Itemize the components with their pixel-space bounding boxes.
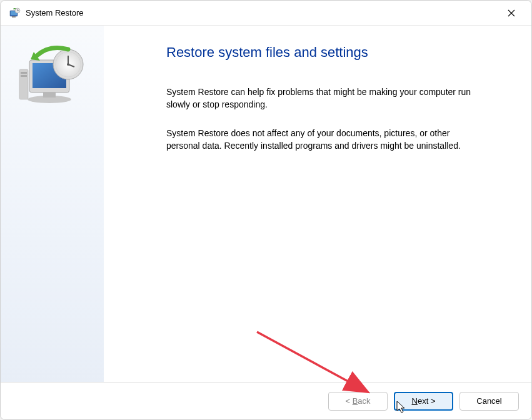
footer-buttons: < Back Next > Cancel xyxy=(1,382,531,419)
restore-illustration-icon xyxy=(18,44,87,107)
svg-rect-2 xyxy=(12,16,16,18)
window-title: System Restore xyxy=(26,8,499,18)
app-icon xyxy=(8,7,21,19)
svg-rect-16 xyxy=(21,72,27,74)
next-button[interactable]: Next > xyxy=(394,392,453,411)
svg-rect-15 xyxy=(19,69,28,99)
close-button[interactable] xyxy=(499,1,524,26)
main-panel: Restore system files and settings System… xyxy=(104,26,531,382)
sidebar xyxy=(1,26,104,382)
back-button: < Back xyxy=(328,392,388,411)
description-paragraph-1: System Restore can help fix problems tha… xyxy=(166,86,479,111)
svg-point-13 xyxy=(67,63,69,66)
content-area: Restore system files and settings System… xyxy=(1,26,531,382)
system-restore-window: System Restore xyxy=(0,0,532,420)
description-paragraph-2: System Restore does not affect any of yo… xyxy=(166,127,479,152)
titlebar: System Restore xyxy=(1,1,531,26)
cancel-button[interactable]: Cancel xyxy=(459,392,519,411)
page-heading: Restore system files and settings xyxy=(166,44,500,61)
svg-rect-17 xyxy=(21,75,27,77)
